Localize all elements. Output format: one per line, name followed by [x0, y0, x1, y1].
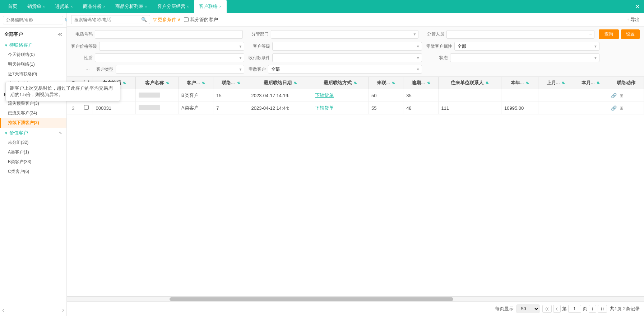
- row1-this-year: [501, 89, 538, 102]
- row2-select-checkbox[interactable]: [84, 105, 89, 110]
- h-scroll-area[interactable]: [67, 296, 644, 301]
- sort-contact-person[interactable]: ⇅: [486, 81, 488, 85]
- sort-last-month[interactable]: ⇅: [562, 81, 565, 85]
- search-field-wrap: 🔍: [71, 15, 150, 24]
- row2-last-method[interactable]: 下销货单: [312, 102, 369, 114]
- customer-table: ⚙ 客户编码 ⇅ 客户名称 ⇅: [67, 77, 644, 114]
- customer-level-select[interactable]: [272, 42, 422, 51]
- nav-item-home[interactable]: 首页: [3, 0, 22, 13]
- sidebar-collapse-btn[interactable]: ≪: [57, 32, 62, 37]
- status-select[interactable]: [450, 53, 599, 62]
- sort-contact[interactable]: ⇅: [237, 81, 240, 85]
- sidebar-item-declining[interactable]: 持续下滑客户(2): [0, 118, 66, 128]
- more-conditions-btn[interactable]: ▽ 更多条件 ∧: [153, 16, 181, 23]
- row1-grid-icon[interactable]: ⊞: [620, 93, 624, 98]
- page-size-select[interactable]: 50: [516, 305, 539, 313]
- sidebar-item-7days[interactable]: 近7天待联络(0): [0, 69, 66, 79]
- retail-customer-select[interactable]: 全部: [268, 65, 422, 74]
- my-customers-checkbox[interactable]: [184, 17, 189, 22]
- next-page-btn[interactable]: ⟩: [589, 305, 596, 313]
- th-category[interactable]: 客户... ⇅: [178, 77, 213, 89]
- sidebar-group-value[interactable]: ▼ 价值客户 ✎: [0, 128, 66, 138]
- sort-name[interactable]: ⇅: [166, 81, 169, 85]
- nav-close-sales[interactable]: ×: [43, 4, 45, 9]
- edit-icon[interactable]: ✎: [59, 131, 62, 136]
- sidebar-item-class-a[interactable]: A类客户(1): [0, 147, 66, 157]
- nav-close-purchase[interactable]: ×: [70, 4, 73, 9]
- prev-page-btn[interactable]: ⟨: [553, 305, 561, 313]
- phone-input[interactable]: [95, 30, 243, 39]
- row2-link-icon[interactable]: 🔗: [611, 105, 617, 111]
- th-contact-person[interactable]: 往来单位联系人 ⇅: [438, 77, 501, 89]
- window-close-button[interactable]: ✕: [635, 3, 640, 10]
- th-unlinked[interactable]: 未联... ⇅: [368, 77, 403, 89]
- sort-last-date[interactable]: ⇅: [294, 81, 297, 85]
- first-page-btn[interactable]: ⟨⟨: [542, 305, 552, 313]
- sidebar-all-customers-header[interactable]: 全部客户 ≪: [0, 29, 66, 40]
- gender-select[interactable]: [95, 53, 244, 62]
- th-overdue[interactable]: 逾期... ⇅: [403, 77, 438, 89]
- filter-row-1: 电话号码 分管部门 ▼ 分管人员 ⋯: [71, 29, 640, 39]
- row2-grid-icon[interactable]: ⊞: [620, 105, 624, 111]
- dept-select[interactable]: [271, 30, 419, 39]
- export-button[interactable]: ↑ 导出: [627, 16, 640, 23]
- retail-attr-select[interactable]: 全部: [454, 42, 599, 51]
- status-select-wrap: ▼: [450, 53, 599, 62]
- th-this-year[interactable]: 本年... ⇅: [501, 77, 538, 89]
- sort-this-year[interactable]: ⇅: [526, 81, 529, 85]
- retail-attr-select-wrap: 全部 ▼: [454, 42, 599, 51]
- type-select[interactable]: [116, 65, 245, 74]
- sort-category[interactable]: ⇅: [202, 81, 205, 85]
- sort-overdue[interactable]: ⇅: [427, 81, 430, 85]
- sidebar-item-class-c[interactable]: C类客户(6): [0, 167, 66, 176]
- sort-this-month[interactable]: ⇅: [597, 81, 599, 85]
- more-dots-1[interactable]: ···: [84, 66, 91, 72]
- left-arrow-icon[interactable]: ‹: [2, 306, 4, 314]
- row1-contact: 15: [213, 89, 248, 102]
- nav-close-analysis[interactable]: ×: [103, 4, 105, 9]
- sidebar-item-today[interactable]: 今天待联络(0): [0, 50, 66, 60]
- last-page-btn[interactable]: ⟩⟩: [598, 305, 607, 313]
- nav-item-purchase[interactable]: 进货单 ×: [50, 0, 78, 13]
- sort-unlinked[interactable]: ⇅: [392, 81, 395, 85]
- sidebar-group-pending[interactable]: ▼ 待联络客户: [0, 40, 66, 50]
- sidebar-item-tomorrow[interactable]: 明天待联络(1): [0, 60, 66, 69]
- nav-close-customer-contact[interactable]: ×: [219, 4, 221, 9]
- nav-item-analysis[interactable]: 商品分析 ×: [78, 0, 110, 13]
- th-last-date[interactable]: 最后联络日期 ⇅: [248, 77, 312, 89]
- nav-item-analysis-list[interactable]: 商品分析列表 ×: [110, 0, 152, 13]
- sort-code[interactable]: ⇅: [123, 81, 126, 85]
- th-contact[interactable]: 联络... ⇅: [213, 77, 248, 89]
- th-last-method[interactable]: 最后联络方式 ⇅: [312, 77, 369, 89]
- nav-item-customer-tier[interactable]: 客户分层经营 ×: [152, 0, 194, 13]
- nav-close-customer-tier[interactable]: ×: [187, 4, 189, 9]
- nav-close-analysis-list[interactable]: ×: [145, 4, 147, 9]
- row2-overdue: 48: [403, 102, 438, 114]
- page-number-input[interactable]: [568, 305, 581, 313]
- customer-level-select-wrap: ▼: [272, 42, 422, 51]
- total-records: 共1页 2条记录: [610, 306, 640, 312]
- right-arrow-icon[interactable]: ›: [62, 306, 64, 314]
- main-search-icon[interactable]: 🔍: [141, 17, 147, 22]
- price-level-select[interactable]: [99, 42, 244, 51]
- query-button[interactable]: 查询: [599, 29, 619, 39]
- sidebar-item-ungrouped[interactable]: 未分组(32): [0, 138, 66, 147]
- sidebar-search-input[interactable]: [3, 16, 63, 24]
- th-name[interactable]: 客户名称 ⇅: [135, 77, 178, 89]
- main-search-input[interactable]: [74, 17, 141, 22]
- th-last-month[interactable]: 上月... ⇅: [538, 77, 573, 89]
- sidebar-item-class-b[interactable]: B类客户(33): [0, 157, 66, 167]
- manager-select[interactable]: [446, 30, 594, 39]
- th-this-month[interactable]: 本月... ⇅: [573, 77, 608, 89]
- sidebar-item-churned[interactable]: 已流失客户(24): [0, 108, 66, 118]
- filter-retail-customer: 零散客户 全部 ▼: [249, 65, 422, 74]
- row1-last-method[interactable]: 下销货单: [312, 89, 369, 102]
- h-scroll-thumb[interactable]: [170, 297, 453, 301]
- nav-item-sales[interactable]: 销货单 ×: [22, 0, 50, 13]
- row1-link-icon[interactable]: 🔗: [611, 93, 617, 98]
- settings-button[interactable]: 设置: [621, 29, 640, 39]
- pagination-bar: 每页显示 50 ⟨⟨ ⟨ 第 页 ⟩ ⟩⟩ 共1页 2条记录: [67, 301, 644, 316]
- payment-select[interactable]: [272, 53, 422, 62]
- nav-item-customer-contact[interactable]: 客户联络 ×: [194, 0, 226, 13]
- sort-last-method[interactable]: ⇅: [354, 81, 357, 85]
